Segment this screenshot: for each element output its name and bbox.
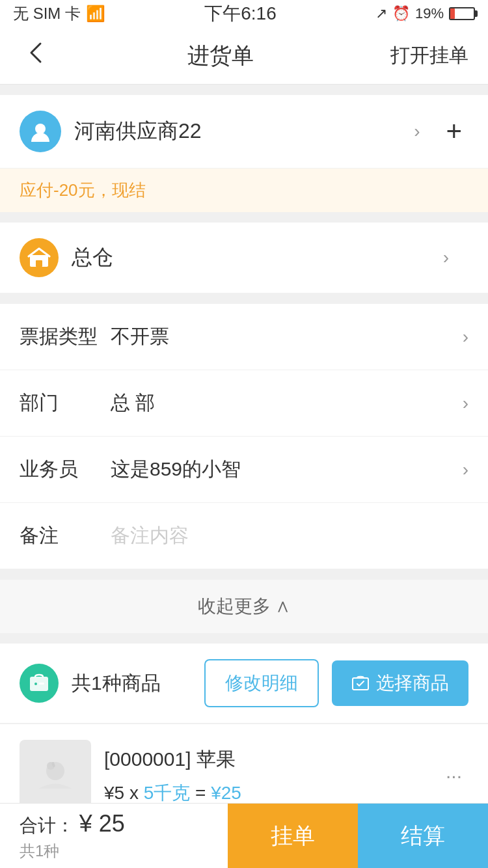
total-section: 合计： ¥ 25 共1种 bbox=[0, 810, 228, 861]
status-bar: 无 SIM 卡 📶 下午6:16 ↗ ⏰ 19% bbox=[0, 0, 488, 27]
dept-label: 部门 bbox=[20, 390, 111, 416]
total-amount: ¥ 25 bbox=[79, 810, 125, 837]
location-icon: ↗ bbox=[375, 5, 387, 22]
total-row: 合计： ¥ 25 bbox=[20, 810, 208, 838]
select-product-button[interactable]: 选择商品 bbox=[332, 660, 468, 706]
supplier-section: 河南供应商22 › + 应付-20元，现结 bbox=[0, 95, 488, 212]
total-value: ¥25 bbox=[211, 783, 241, 803]
battery-icon bbox=[449, 7, 475, 20]
product-price: ¥5 x 5千克 = ¥25 bbox=[104, 781, 426, 806]
alarm-icon: ⏰ bbox=[392, 5, 410, 22]
svg-rect-2 bbox=[36, 260, 42, 267]
sales-label: 业务员 bbox=[20, 456, 111, 483]
dept-chevron-icon: › bbox=[463, 393, 468, 414]
nav-bar: 进货单 打开挂单 bbox=[0, 27, 488, 85]
warehouse-chevron-icon: › bbox=[443, 247, 449, 268]
product-title: 苹果 bbox=[197, 748, 236, 770]
battery-percent: 19% bbox=[415, 5, 444, 22]
svg-rect-5 bbox=[39, 683, 44, 685]
hang-button[interactable]: 挂单 bbox=[228, 804, 358, 869]
dept-value: 总 部 bbox=[111, 390, 463, 416]
price-equals: = bbox=[195, 783, 211, 803]
edit-detail-button[interactable]: 修改明细 bbox=[204, 659, 319, 707]
product-count: 共1种商品 bbox=[72, 670, 191, 697]
supplier-name: 河南供应商22 bbox=[74, 117, 414, 146]
svg-rect-3 bbox=[30, 677, 48, 691]
remark-row[interactable]: 备注 备注内容 bbox=[0, 503, 488, 569]
add-supplier-button[interactable]: + bbox=[439, 116, 468, 147]
supplier-row[interactable]: 河南供应商22 › + bbox=[0, 95, 488, 169]
invoice-label: 票据类型 bbox=[20, 323, 111, 350]
product-thumbnail bbox=[20, 740, 91, 811]
svg-point-4 bbox=[34, 683, 37, 685]
carrier-text: 无 SIM 卡 bbox=[13, 3, 81, 24]
form-section: 票据类型 不开票 › 部门 总 部 › 业务员 这是859的小智 › 备注 备注… bbox=[0, 304, 488, 569]
remark-input[interactable]: 备注内容 bbox=[111, 522, 468, 549]
invoice-chevron-icon: › bbox=[463, 327, 468, 347]
product-icon bbox=[20, 664, 59, 703]
collapse-bar[interactable]: 收起更多 ∧ bbox=[0, 580, 488, 633]
open-pending-button[interactable]: 打开挂单 bbox=[390, 42, 468, 69]
page-title: 进货单 bbox=[187, 41, 254, 71]
total-sub: 共1种 bbox=[20, 841, 208, 861]
svg-point-0 bbox=[35, 124, 46, 134]
back-button[interactable] bbox=[20, 32, 51, 79]
product-code: [0000001] bbox=[104, 748, 191, 770]
invoice-value: 不开票 bbox=[111, 323, 463, 350]
warehouse-name: 总仓 bbox=[72, 243, 443, 272]
supplier-chevron-icon: › bbox=[414, 121, 420, 142]
warehouse-icon bbox=[20, 238, 59, 277]
product-name: [0000001] 苹果 bbox=[104, 746, 426, 773]
qty-value: 5千克 bbox=[144, 783, 191, 803]
sales-chevron-icon: › bbox=[463, 459, 468, 480]
status-right: ↗ ⏰ 19% bbox=[375, 5, 475, 22]
status-left: 无 SIM 卡 📶 bbox=[13, 3, 105, 24]
warehouse-section[interactable]: 总仓 › bbox=[0, 223, 488, 293]
sales-value: 这是859的小智 bbox=[111, 456, 463, 483]
price-separator: x bbox=[129, 783, 144, 803]
sales-row[interactable]: 业务员 这是859的小智 › bbox=[0, 437, 488, 503]
invoice-row[interactable]: 票据类型 不开票 › bbox=[0, 304, 488, 370]
price-value: ¥5 bbox=[104, 783, 124, 803]
dept-row[interactable]: 部门 总 部 › bbox=[0, 370, 488, 437]
remark-label: 备注 bbox=[20, 522, 111, 549]
notice-bar: 应付-20元，现结 bbox=[0, 169, 488, 212]
bottom-bar: 合计： ¥ 25 共1种 挂单 结算 bbox=[0, 803, 488, 868]
total-label: 合计： bbox=[20, 815, 74, 835]
select-product-label: 选择商品 bbox=[376, 671, 449, 696]
more-options-button[interactable]: ··· bbox=[439, 758, 468, 793]
supplier-avatar bbox=[20, 111, 61, 152]
wifi-icon: 📶 bbox=[86, 5, 105, 23]
product-header: 共1种商品 修改明细 选择商品 bbox=[0, 644, 488, 723]
status-time: 下午6:16 bbox=[204, 1, 277, 26]
checkout-button[interactable]: 结算 bbox=[358, 804, 488, 869]
product-info: [0000001] 苹果 ¥5 x 5千克 = ¥25 bbox=[104, 746, 426, 806]
